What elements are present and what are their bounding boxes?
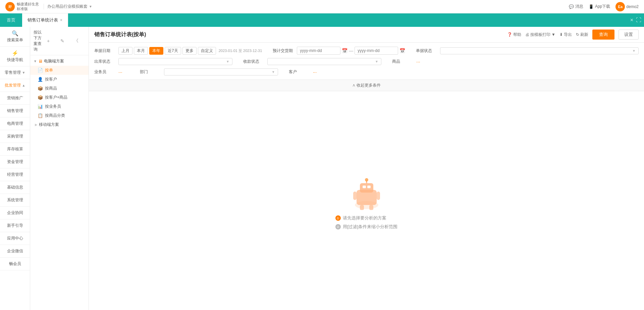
workspace-selector[interactable]: 办公用品行业模拟账套 ▼ — [44, 4, 92, 9]
app-download-button[interactable]: 📱 App下载 — [589, 4, 610, 9]
window-close-button[interactable]: × — [630, 17, 633, 23]
page-title: 销售订单统计表(按单) — [94, 31, 146, 38]
empty-hint-1: ① 请先选择要分析的方案 — [335, 215, 397, 221]
sidebar-item-inventory[interactable]: 库存核算 — [0, 143, 30, 156]
top-bar: 好 畅捷通好生意 标准版 办公用品行业模拟账套 ▼ 💬 消息 📱 App下载 E… — [0, 0, 644, 13]
tab-bar: 首页 销售订单统计表 × × ⛶ — [0, 13, 644, 27]
export-button[interactable]: ⬇ 导出 — [559, 32, 572, 38]
expected-delivery-label: 预计交货期 — [273, 48, 293, 54]
scheme-add-button[interactable]: + — [47, 38, 58, 44]
top-bar-right: 💬 消息 📱 App下载 Ea demo2 — [569, 2, 639, 11]
sidebar-item-marketing[interactable]: 营销推广 — [0, 92, 30, 105]
refresh-button[interactable]: ↻ 刷新 — [576, 32, 588, 38]
logo-text: 畅捷通好生意 标准版 — [17, 2, 39, 11]
sidebar-item-basic-info[interactable]: 基础信息 — [0, 181, 30, 194]
scheme-item-by-product[interactable]: 📦 按商品 — [30, 84, 89, 93]
avatar: Ea — [615, 2, 625, 11]
customer-label: 客户 — [289, 69, 309, 75]
logo-icon: 好 — [5, 2, 15, 11]
sidebar-item-app-center[interactable]: 应用中心 — [0, 232, 30, 245]
scheme-panel-header: 按以下方案查询 + ✎ 《 — [30, 27, 89, 55]
search-icon: 🔍 — [12, 30, 18, 37]
department-chevron-icon: ▼ — [272, 70, 275, 74]
scheme-item-by-salesperson[interactable]: 📊 按业务员 — [30, 102, 89, 111]
chevron-down-icon: ▼ — [22, 71, 25, 74]
sidebar-item-operations[interactable]: 经营管理 — [0, 168, 30, 181]
status-label: 单据状态 — [416, 48, 436, 54]
refresh-icon: ↻ — [576, 32, 579, 37]
settings-button[interactable]: 设置 — [619, 30, 639, 40]
template-print-button[interactable]: 🖨 按模板打印 ▼ — [525, 32, 555, 38]
calendar-end-icon[interactable]: 📅 — [399, 48, 405, 53]
tab-bar-right: × ⛶ — [630, 17, 644, 23]
tab-home[interactable]: 首页 — [0, 13, 22, 27]
scheme-tree: ▼ 🖥 电脑端方案 📄 按单 👤 按客户 📦 按商品 — [30, 55, 89, 310]
query-button[interactable]: 查询 — [592, 30, 614, 40]
payment-status-select[interactable]: ▼ — [267, 58, 381, 65]
main-layout: 🔍 搜索菜单 ⚡ 快捷导航 零售管理 ▼ 批发管理 ▲ 营销推广 销售管理 电商… — [0, 27, 644, 310]
help-icon: ❓ — [507, 32, 512, 37]
sidebar-item-enterprise[interactable]: 企业协同 — [0, 207, 30, 219]
date-btn-more[interactable]: 更多 — [182, 47, 197, 55]
date-range-text: 2023-01-01 至 2023-12-31 — [219, 48, 262, 53]
delivery-date-start-input[interactable] — [297, 47, 340, 55]
scheme-panel: 按以下方案查询 + ✎ 《 ▼ 🖥 电脑端方案 📄 按单 — [30, 27, 89, 310]
scheme-collapse-button[interactable]: 《 — [74, 38, 85, 44]
product-icon: 📦 — [38, 86, 43, 91]
payment-chevron-icon: ▼ — [375, 60, 378, 63]
calendar-start-icon[interactable]: 📅 — [342, 48, 347, 53]
delivery-chevron-icon: ▼ — [226, 60, 229, 63]
scheme-item-by-customer[interactable]: 👤 按客户 — [30, 75, 89, 84]
date-btn-last-month[interactable]: 上月 — [118, 47, 132, 55]
delivery-date-end-input[interactable] — [355, 47, 398, 55]
date-btn-this-year[interactable]: 本年 — [149, 47, 163, 55]
help-button[interactable]: ❓ 帮助 — [507, 32, 521, 38]
main-content: 销售订单统计表(按单) ❓ 帮助 🖨 按模板打印 ▼ ⬇ 导出 — [89, 27, 644, 310]
department-select[interactable]: ▼ — [164, 68, 278, 75]
window-expand-button[interactable]: ⛶ — [636, 17, 641, 23]
tab-close-icon[interactable]: × — [60, 18, 62, 22]
payment-status-label: 收款状态 — [243, 59, 263, 64]
sidebar-item-sales[interactable]: 销售管理 — [0, 105, 30, 117]
logo: 好 畅捷通好生意 标准版 — [5, 2, 39, 11]
date-separator: — — [349, 48, 353, 53]
date-btn-7days[interactable]: 近7天 — [165, 47, 181, 55]
salesperson-select-button[interactable]: ··· — [118, 69, 122, 75]
filter-row-3: 业务员 ··· 部门 ▼ 客户 ··· — [94, 68, 639, 75]
filter-row-1: 单据日期 上月 本月 本年 近7天 更多 自定义 2023-01-01 至 20… — [94, 47, 639, 55]
date-buttons: 上月 本月 本年 近7天 更多 自定义 2023-01-01 至 2023-12… — [118, 47, 262, 55]
sidebar-item-member[interactable]: 畅会员 — [0, 258, 30, 270]
export-icon: ⬇ — [559, 32, 563, 37]
sidebar-item-finance[interactable]: 资金管理 — [0, 156, 30, 168]
sidebar-item-new-guide[interactable]: 新手引导 — [0, 219, 30, 232]
sidebar-item-quick-nav[interactable]: ⚡ 快捷导航 — [0, 47, 30, 66]
robot-illustration — [346, 171, 387, 212]
scheme-item-by-order[interactable]: 📄 按单 — [30, 66, 89, 75]
goods-select-button[interactable]: ··· — [416, 59, 420, 64]
sidebar-item-retail[interactable]: 零售管理 ▼ — [0, 66, 30, 79]
customer-select-button[interactable]: ··· — [313, 69, 317, 75]
sidebar-item-search-menu[interactable]: 🔍 搜索菜单 — [0, 27, 30, 47]
scheme-group-pc-header[interactable]: ▼ 🖥 电脑端方案 — [30, 57, 89, 66]
sidebar-item-wholesale[interactable]: 批发管理 ▲ — [0, 79, 30, 92]
tab-sales-order-stats[interactable]: 销售订单统计表 × — [22, 13, 68, 27]
scheme-group-mobile-header[interactable]: ▶ 移动端方案 — [30, 120, 89, 129]
sidebar-item-purchase[interactable]: 采购管理 — [0, 130, 30, 143]
date-label: 单据日期 — [94, 48, 114, 54]
status-select[interactable]: ▼ — [440, 47, 639, 54]
filter-section: 单据日期 上月 本月 本年 近7天 更多 自定义 2023-01-01 至 20… — [89, 43, 644, 80]
sidebar-item-system[interactable]: 系统管理 — [0, 194, 30, 207]
user-menu[interactable]: Ea demo2 — [615, 2, 639, 11]
quick-nav-icon: ⚡ — [12, 50, 18, 56]
workspace-chevron-icon: ▼ — [89, 5, 92, 8]
date-btn-this-month[interactable]: 本月 — [134, 47, 148, 55]
sidebar-item-enterprise-wechat[interactable]: 企业微信 — [0, 245, 30, 258]
sidebar-item-ecommerce[interactable]: 电商管理 — [0, 117, 30, 130]
collapse-filter-button[interactable]: ∧ 收起更多条件 — [89, 80, 644, 91]
delivery-status-select[interactable]: ▼ — [118, 58, 232, 65]
message-button[interactable]: 💬 消息 — [569, 4, 583, 9]
scheme-edit-button[interactable]: ✎ — [60, 38, 72, 44]
scheme-item-by-category[interactable]: 📋 按商品分类 — [30, 111, 89, 120]
scheme-item-by-customer-product[interactable]: 📦 按客户+商品 — [30, 93, 89, 102]
date-btn-custom[interactable]: 自定义 — [198, 47, 216, 55]
